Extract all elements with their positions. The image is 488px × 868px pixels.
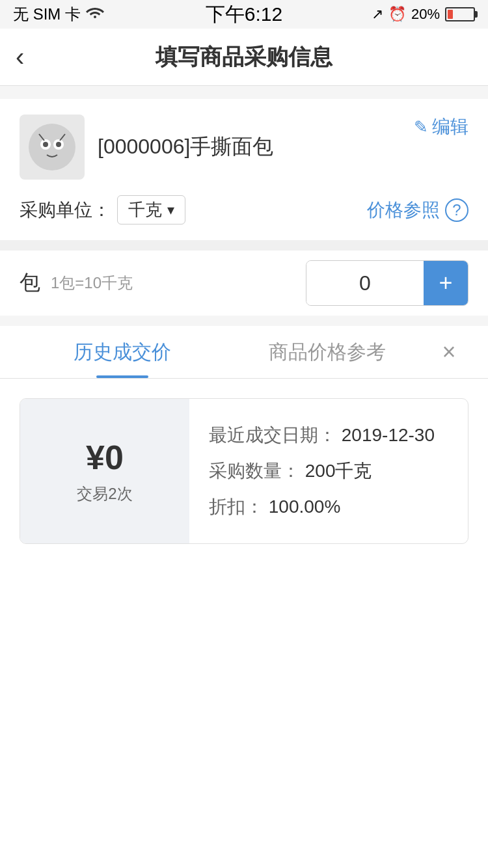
carrier-text: 无 SIM 卡 <box>13 4 81 25</box>
status-bar: 无 SIM 卡 下午6:12 ↗ ⏰ 20% <box>0 0 488 29</box>
nav-bar: ‹ 填写商品采购信息 <box>0 29 488 86</box>
history-card-right: 最近成交日期： 2019-12-30 采购数量： 200千克 折扣： 100.0… <box>189 399 468 543</box>
page-title: 填写商品采购信息 <box>156 42 332 72</box>
product-unit-row: 采购单位： 千克 ▾ 价格参照 ? <box>20 195 468 224</box>
svg-point-0 <box>29 124 75 170</box>
svg-point-3 <box>43 142 48 147</box>
location-icon: ↗ <box>372 6 383 23</box>
unit-value: 千克 <box>128 198 162 221</box>
product-image <box>20 115 85 180</box>
tabs-header: 历史成交价 商品价格参考 × <box>0 326 488 379</box>
tab-product-price[interactable]: 商品价格参考 <box>224 326 429 378</box>
unit-selector-group: 采购单位： 千克 ▾ <box>20 195 185 224</box>
history-content: ¥0 交易2次 最近成交日期： 2019-12-30 采购数量： 200千克 折… <box>0 379 488 563</box>
tab-history-price[interactable]: 历史成交价 <box>20 326 224 378</box>
edit-button[interactable]: ✎ 编辑 <box>414 115 468 139</box>
edit-label: 编辑 <box>432 115 468 139</box>
recent-date-row: 最近成交日期： 2019-12-30 <box>209 422 448 448</box>
qty-left: 包 1包=10千克 <box>20 269 133 297</box>
unit-label: 采购单位： <box>20 198 111 223</box>
price-reference-button[interactable]: 价格参照 ? <box>367 198 468 223</box>
product-header: [0000006]手撕面包 ✎ 编辑 <box>20 115 468 180</box>
product-name: [0000006]手撕面包 <box>98 133 273 161</box>
discount-label: 折扣： <box>209 496 264 517</box>
purchase-qty-row: 采购数量： 200千克 <box>209 458 448 483</box>
back-button[interactable]: ‹ <box>16 42 24 72</box>
tabs-panel: 历史成交价 商品价格参考 × ¥0 交易2次 最近成交日期： 2019-12-3… <box>0 326 488 563</box>
wifi-icon <box>86 5 104 23</box>
battery-icon <box>445 7 475 21</box>
section-divider <box>0 240 488 251</box>
svg-point-4 <box>56 142 61 147</box>
unit-conversion-label: 1包=10千克 <box>51 273 133 293</box>
unit-arrow-icon: ▾ <box>167 202 174 219</box>
status-time: 下午6:12 <box>206 1 282 28</box>
history-card: ¥0 交易2次 最近成交日期： 2019-12-30 采购数量： 200千克 折… <box>20 398 468 544</box>
purchase-qty-label: 采购数量： <box>209 461 300 481</box>
quantity-row: 包 1包=10千克 + <box>0 251 488 316</box>
history-card-left: ¥0 交易2次 <box>20 399 189 543</box>
quantity-plus-button[interactable]: + <box>424 261 468 305</box>
product-left: [0000006]手撕面包 <box>20 115 273 180</box>
quantity-input[interactable] <box>306 261 424 305</box>
package-unit-label: 包 <box>20 269 40 297</box>
discount-row: 折扣： 100.00% <box>209 494 448 519</box>
unit-select[interactable]: 千克 ▾ <box>117 195 185 224</box>
status-left: 无 SIM 卡 <box>13 4 104 25</box>
price-ref-help-icon: ? <box>445 198 468 222</box>
alarm-icon: ⏰ <box>388 6 406 23</box>
status-right: ↗ ⏰ 20% <box>372 6 475 23</box>
tab-product-label: 商品价格参考 <box>269 339 386 366</box>
edit-icon: ✎ <box>414 117 428 137</box>
battery-percent: 20% <box>411 6 440 23</box>
tab-history-label: 历史成交价 <box>74 339 171 366</box>
purchase-qty-value: 200千克 <box>305 461 372 481</box>
recent-date-label: 最近成交日期： <box>209 425 336 445</box>
history-trade-count: 交易2次 <box>77 483 132 504</box>
recent-date-value: 2019-12-30 <box>342 425 435 445</box>
history-price: ¥0 <box>86 438 124 477</box>
quantity-input-group: + <box>306 260 468 306</box>
body-fill <box>0 563 488 868</box>
product-card: [0000006]手撕面包 ✎ 编辑 采购单位： 千克 ▾ 价格参照 ? <box>0 99 488 240</box>
discount-value: 100.00% <box>269 496 341 517</box>
tab-close-button[interactable]: × <box>429 326 468 378</box>
price-ref-label: 价格参照 <box>367 198 440 223</box>
